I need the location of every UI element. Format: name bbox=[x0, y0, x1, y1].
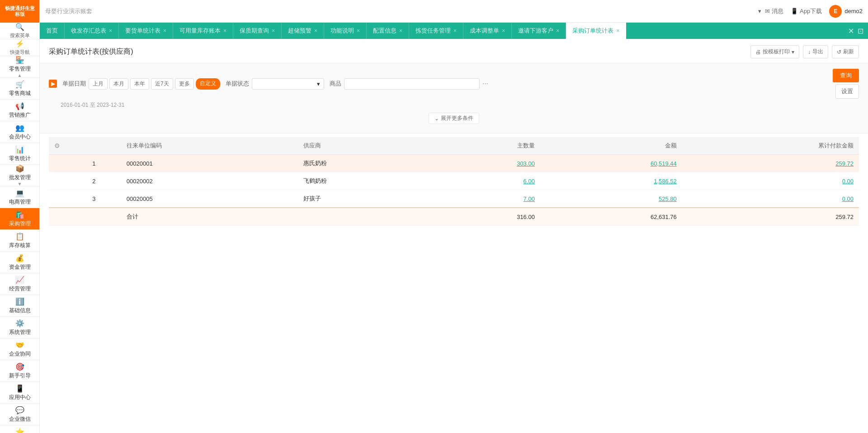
sidebar-item-purchase-mgmt[interactable]: 🛍️ 采购管理 bbox=[0, 208, 40, 230]
status-select[interactable]: ▾ bbox=[252, 78, 324, 90]
data-table: ⚙ 往来单位编码 供应商 主数量 金额 bbox=[49, 137, 859, 226]
tab-func-desc[interactable]: 功能说明 × bbox=[324, 23, 367, 39]
enterprise-icon: 🤝 bbox=[15, 341, 24, 349]
sidebar-item-finance[interactable]: 💰 资金管理 bbox=[0, 252, 40, 273]
export-button[interactable]: ↓ 导出 bbox=[803, 45, 828, 58]
sidebar-item-system-mgmt[interactable]: ⚙️ 系统管理 bbox=[0, 317, 40, 338]
sidebar-item-member-vip[interactable]: ⭐ 畅会员 bbox=[0, 425, 40, 433]
expand-more-label: 展开更多条件 bbox=[441, 114, 473, 122]
goods-filter: 商品 ··· bbox=[330, 78, 488, 90]
tab-invite-downstream-close[interactable]: × bbox=[556, 28, 559, 34]
sidebar-item-operation[interactable]: 📈 经营管理 bbox=[0, 273, 40, 295]
sidebar-item-finance-label: 资金管理 bbox=[9, 263, 31, 271]
tab-usable-inventory-close[interactable]: × bbox=[223, 28, 226, 34]
tab-picking-task-close[interactable]: × bbox=[453, 28, 457, 34]
user-profile-button[interactable]: E demo2 bbox=[829, 5, 863, 18]
print-icon: 🖨 bbox=[755, 49, 761, 55]
column-settings-icon[interactable]: ⚙ bbox=[54, 142, 60, 149]
tab-cost-adjust-close[interactable]: × bbox=[502, 28, 505, 34]
tab-goods-stats-label: 要货单统计表 bbox=[125, 27, 160, 35]
expand-more-row: ⌄ 展开更多条件 bbox=[49, 109, 859, 128]
tab-overstock-warn-label: 超储预警 bbox=[288, 27, 311, 35]
refresh-button[interactable]: ↺ 刷新 bbox=[832, 45, 859, 58]
sidebar-item-quicknav[interactable]: ⚡ 快捷导航 bbox=[0, 39, 40, 56]
sidebar-item-retail-mall[interactable]: 🛒 零售商城 bbox=[0, 78, 40, 100]
wholesale-mgmt-icon: 📦 bbox=[15, 164, 24, 173]
window-close-icon[interactable]: ✕ bbox=[848, 27, 854, 35]
tab-purchase-summary-close[interactable]: × bbox=[616, 28, 619, 34]
sidebar-item-ecom-mgmt[interactable]: 💻 电商管理 bbox=[0, 186, 40, 208]
goods-input[interactable] bbox=[344, 78, 480, 90]
row-gear-cell bbox=[49, 190, 67, 208]
query-button[interactable]: 查询 bbox=[833, 69, 859, 82]
sidebar-item-basic-info[interactable]: ℹ️ 基础信息 bbox=[0, 295, 40, 317]
table-row[interactable]: 2 00020002 飞鹤奶粉 6.00 1,586.52 0.00 bbox=[49, 172, 859, 190]
tab-picking-task[interactable]: 拣货任务管理 × bbox=[409, 23, 463, 39]
sidebar-item-new-guide[interactable]: 🎯 新手引导 bbox=[0, 360, 40, 382]
app-download-button[interactable]: 📱 App下载 bbox=[791, 7, 822, 15]
query-actions: 查询 设置 bbox=[833, 69, 859, 99]
avatar: E bbox=[829, 5, 842, 18]
topbar-dropdown[interactable]: ▾ bbox=[758, 8, 761, 14]
topbar: 母婴行业演示账套 ▾ ✉ 消息 📱 App下载 E demo2 bbox=[40, 0, 868, 23]
sidebar-item-retail-stats[interactable]: 📊 零售统计 bbox=[0, 143, 40, 165]
this-month-button[interactable]: 本月 bbox=[109, 78, 128, 90]
sidebar-item-enterprise[interactable]: 🤝 企业协同 bbox=[0, 338, 40, 360]
tab-func-desc-label: 功能说明 bbox=[330, 27, 354, 35]
sidebar-item-retail-stats-label: 零售统计 bbox=[9, 155, 31, 162]
table-row[interactable]: 3 00020005 好孩子 7.00 525.80 0.00 bbox=[49, 190, 859, 208]
tab-receive-pay[interactable]: 收发存汇总表 × bbox=[65, 23, 119, 39]
col-gear-header: ⚙ bbox=[49, 137, 67, 155]
last-month-button[interactable]: 上月 bbox=[89, 78, 108, 90]
member-icon: 👥 bbox=[15, 124, 24, 132]
tab-goods-stats-close[interactable]: × bbox=[163, 28, 166, 34]
row-paid-amount-cell[interactable]: 0.00 bbox=[682, 190, 859, 208]
this-year-button[interactable]: 本年 bbox=[130, 78, 149, 90]
export-label: 导出 bbox=[812, 48, 823, 56]
sidebar-item-inventory[interactable]: 📋 库存核算 bbox=[0, 230, 40, 252]
tab-config-info[interactable]: 配置信息 × bbox=[367, 23, 409, 39]
sidebar-item-retail-mgmt[interactable]: 🏪 零售管理 ▲ bbox=[0, 56, 40, 78]
tab-overstock-warn[interactable]: 超储预警 × bbox=[282, 23, 324, 39]
tab-expiry-query-close[interactable]: × bbox=[272, 28, 275, 34]
tab-usable-inventory[interactable]: 可用量库存账本 × bbox=[173, 23, 233, 39]
tab-goods-stats[interactable]: 要货单统计表 × bbox=[119, 23, 173, 39]
tab-config-info-close[interactable]: × bbox=[399, 28, 402, 34]
tab-overstock-warn-close[interactable]: × bbox=[314, 28, 317, 34]
tab-cost-adjust[interactable]: 成本调整单 × bbox=[463, 23, 512, 39]
messages-button[interactable]: ✉ 消息 bbox=[765, 7, 783, 15]
sidebar-item-member[interactable]: 👥 会员中心 bbox=[0, 121, 40, 143]
tab-config-info-label: 配置信息 bbox=[373, 27, 396, 35]
tab-expiry-query[interactable]: 保质期查询 × bbox=[233, 23, 282, 39]
tab-func-desc-close[interactable]: × bbox=[357, 28, 360, 34]
date-range-buttons: 上月 本月 本年 近7天 更多 自定义 bbox=[89, 78, 220, 90]
settings-button[interactable]: 设置 bbox=[835, 84, 859, 99]
row-main-qty-cell[interactable]: 7.00 bbox=[429, 190, 540, 208]
col-amount-header: 金额 bbox=[540, 137, 682, 155]
7days-button[interactable]: 近7天 bbox=[151, 78, 173, 90]
tab-receive-pay-close[interactable]: × bbox=[109, 28, 112, 34]
table-row[interactable]: 1 00020001 惠氏奶粉 303.00 60,519.44 259.72 bbox=[49, 155, 859, 172]
tab-purchase-summary[interactable]: 采购订单统计表 × bbox=[566, 23, 626, 39]
goods-more-button[interactable]: ··· bbox=[482, 80, 488, 88]
row-paid-amount-cell[interactable]: 259.72 bbox=[682, 155, 859, 172]
row-main-qty-cell[interactable]: 6.00 bbox=[429, 172, 540, 190]
print-button[interactable]: 🖨 按模板打印 ▾ bbox=[750, 45, 799, 58]
row-paid-amount-cell[interactable]: 0.00 bbox=[682, 172, 859, 190]
row-amount-cell[interactable]: 60,519.44 bbox=[540, 155, 682, 172]
window-maximize-icon[interactable]: ⊡ bbox=[858, 27, 863, 35]
more-date-button[interactable]: 更多 bbox=[175, 78, 194, 90]
new-guide-icon: 🎯 bbox=[15, 362, 24, 371]
sidebar-item-search[interactable]: 🔍 搜索英单 bbox=[0, 23, 40, 39]
sidebar-item-wholesale-mgmt[interactable]: 📦 批发管理 ▼ bbox=[0, 165, 40, 186]
row-main-qty-cell[interactable]: 303.00 bbox=[429, 155, 540, 172]
sidebar-item-app-center[interactable]: 📱 应用中心 bbox=[0, 382, 40, 404]
expand-more-button[interactable]: ⌄ 展开更多条件 bbox=[429, 113, 479, 124]
tab-home[interactable]: 首页 bbox=[40, 23, 65, 39]
sidebar-item-marketing[interactable]: 📢 营销推广 bbox=[0, 100, 40, 121]
filter-expand-arrow-button[interactable]: ▶ bbox=[49, 80, 57, 88]
sidebar-item-enterprise-wechat[interactable]: 💬 企业微信 bbox=[0, 404, 40, 425]
tab-invite-downstream[interactable]: 邀请下游客户 × bbox=[512, 23, 566, 39]
row-amount-cell[interactable]: 1,586.52 bbox=[540, 172, 682, 190]
row-amount-cell[interactable]: 525.80 bbox=[540, 190, 682, 208]
